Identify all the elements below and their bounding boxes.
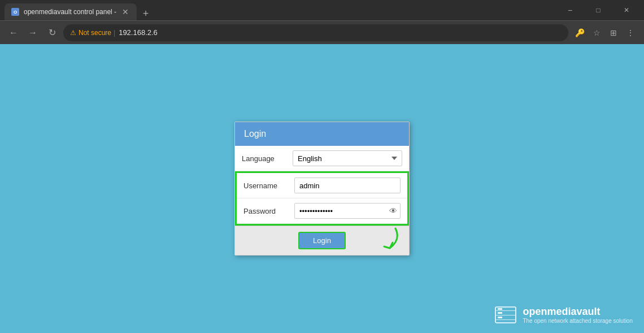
login-footer: Login: [235, 226, 409, 255]
tab-close-button[interactable]: ✕: [121, 7, 130, 16]
password-wrapper: 👁: [294, 203, 401, 219]
username-row: Username: [237, 173, 407, 198]
login-header: Login: [235, 122, 409, 146]
toolbar-actions: 🔑 ☆ ⊞ ⋮: [572, 25, 638, 41]
extensions-icon[interactable]: ⊞: [606, 25, 621, 41]
address-bar[interactable]: ⚠ Not secure | 192.168.2.6: [63, 24, 568, 41]
url-display: 192.168.2.6: [119, 28, 158, 37]
warning-icon: ⚠: [70, 29, 76, 37]
svg-rect-6: [498, 317, 502, 318]
username-input[interactable]: [294, 178, 401, 193]
tab-title: openmediavault control panel -: [24, 8, 116, 16]
active-tab[interactable]: O openmediavault control panel - ✕: [5, 3, 137, 20]
new-tab-button[interactable]: +: [139, 7, 153, 20]
svg-rect-3: [495, 319, 516, 320]
language-label: Language: [242, 154, 293, 163]
login-card: Login Language English Deutsch Español F…: [234, 122, 410, 256]
svg-rect-4: [498, 308, 502, 310]
password-label: Password: [243, 207, 294, 215]
show-password-icon[interactable]: 👁: [389, 206, 397, 215]
svg-rect-5: [498, 312, 502, 314]
forward-button[interactable]: →: [25, 25, 41, 41]
main-content: Login Language English Deutsch Español F…: [0, 44, 644, 333]
omv-text: openmediavault The open network attached…: [523, 306, 633, 324]
credentials-section: Username Password 👁: [235, 171, 409, 226]
not-secure-indicator: ⚠ Not secure |: [70, 29, 115, 37]
not-secure-label: Not secure: [79, 29, 111, 37]
omv-tagline: The open network attached storage soluti…: [523, 318, 633, 324]
titlebar: O openmediavault control panel - ✕ + − □…: [0, 0, 644, 20]
tab-favicon: O: [11, 8, 19, 16]
login-button[interactable]: Login: [298, 232, 346, 249]
browser-toolbar: ← → ↻ ⚠ Not secure | 192.168.2.6 🔑 ☆ ⊞ ⋮: [0, 20, 644, 44]
password-row: Password 👁: [237, 198, 407, 224]
svg-rect-1: [495, 310, 516, 311]
close-button[interactable]: ✕: [613, 3, 639, 18]
url-separator: |: [114, 29, 115, 37]
username-label: Username: [243, 181, 294, 190]
login-title: Login: [244, 129, 266, 139]
maximize-button[interactable]: □: [585, 3, 611, 18]
omv-logo-icon: [494, 306, 517, 324]
language-select[interactable]: English Deutsch Español Français: [293, 150, 402, 166]
key-icon[interactable]: 🔑: [572, 25, 588, 41]
svg-rect-2: [495, 315, 516, 315]
language-row: Language English Deutsch Español Françai…: [235, 146, 409, 171]
menu-icon[interactable]: ⋮: [623, 25, 638, 41]
reload-button[interactable]: ↻: [44, 25, 60, 41]
omv-brand-name: openmediavault: [523, 306, 633, 318]
window-controls: − □ ✕: [557, 3, 639, 18]
tab-bar: O openmediavault control panel - ✕ +: [5, 0, 153, 20]
bookmark-icon[interactable]: ☆: [589, 25, 604, 41]
back-button[interactable]: ←: [6, 25, 21, 41]
login-body: Language English Deutsch Español Françai…: [235, 146, 409, 226]
omv-branding: openmediavault The open network attached…: [494, 306, 633, 324]
minimize-button[interactable]: −: [557, 3, 583, 18]
password-input[interactable]: [294, 203, 401, 219]
